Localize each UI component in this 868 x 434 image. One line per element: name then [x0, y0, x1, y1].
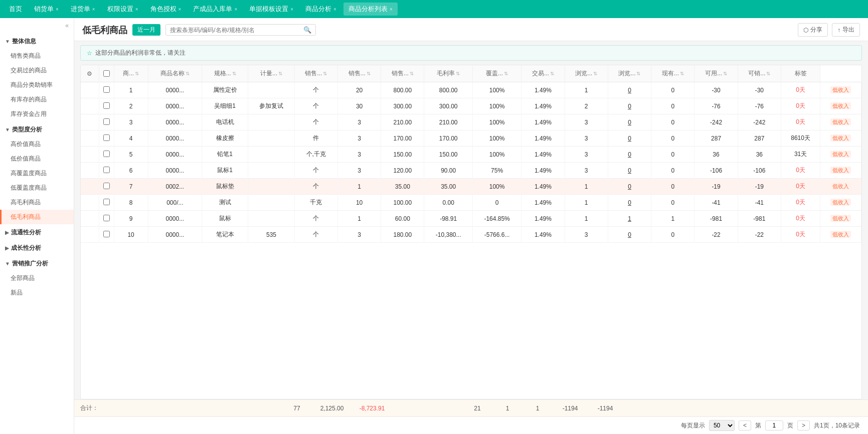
- sidebar-item-low-value[interactable]: 低价值商品: [0, 152, 74, 166]
- row-checkbox[interactable]: [99, 130, 114, 147]
- row-available: -41: [738, 195, 781, 211]
- row-select-checkbox[interactable]: [103, 183, 110, 189]
- sidebar-item-low-coverage[interactable]: 低覆盖度商品: [0, 181, 74, 195]
- row-select-checkbox[interactable]: [103, 215, 110, 221]
- col-name[interactable]: 商品名称⇅: [148, 65, 202, 82]
- col-tag[interactable]: 标签: [781, 65, 820, 82]
- row-code: 0000...: [148, 163, 202, 179]
- nav-template-settings[interactable]: 单据模板设置 ×: [244, 3, 298, 16]
- row-settings: [81, 163, 99, 179]
- col-checkbox[interactable]: [99, 65, 114, 82]
- time-filter-button[interactable]: 近一月: [132, 24, 160, 36]
- sidebar-item-high-margin[interactable]: 高毛利商品: [0, 195, 74, 210]
- row-select-checkbox[interactable]: [103, 118, 110, 125]
- row-checkbox[interactable]: [99, 114, 114, 130]
- col-saleable[interactable]: 可销...⇅: [738, 65, 781, 82]
- search-input[interactable]: [170, 27, 301, 34]
- sidebar-item-in-stock[interactable]: 有库存的商品: [0, 92, 74, 107]
- nav-finished-goods[interactable]: 产成品入库单 ×: [188, 3, 242, 16]
- close-icon[interactable]: ×: [234, 7, 237, 12]
- row-select-checkbox[interactable]: [103, 167, 110, 173]
- row-select-checkbox[interactable]: [103, 134, 110, 141]
- sidebar-item-low-margin[interactable]: 低毛利商品: [0, 210, 74, 224]
- sidebar-item-high-coverage[interactable]: 高覆盖度商品: [0, 166, 74, 181]
- col-sales-amount[interactable]: 销售...⇅: [337, 65, 381, 82]
- col-coverage[interactable]: 覆盖...⇅: [472, 65, 521, 82]
- close-icon[interactable]: ×: [333, 7, 336, 12]
- row-coverage: 1.49%: [522, 114, 565, 130]
- row-checkbox[interactable]: [99, 98, 114, 114]
- close-icon[interactable]: ×: [92, 7, 95, 12]
- row-select-checkbox[interactable]: [103, 151, 110, 157]
- sidebar-group-marketing[interactable]: ▼ 营销推广分析: [0, 255, 74, 271]
- close-icon[interactable]: ×: [135, 7, 138, 12]
- close-icon[interactable]: ×: [56, 7, 59, 12]
- nav-home[interactable]: 首页: [4, 3, 27, 16]
- row-browse1[interactable]: 1: [608, 211, 651, 227]
- select-all-checkbox[interactable]: [103, 70, 110, 77]
- row-select-checkbox[interactable]: [103, 86, 110, 93]
- sidebar-item-traded-products[interactable]: 交易过的商品: [0, 63, 74, 78]
- col-settings[interactable]: ⚙: [81, 65, 99, 82]
- col-trade-count[interactable]: 交易...⇅: [522, 65, 565, 82]
- sidebar-group-type-analysis[interactable]: ▼ 类型度分析: [0, 121, 74, 137]
- row-checkbox[interactable]: [99, 163, 114, 179]
- col-gross-margin[interactable]: 毛利率⇅: [424, 65, 472, 82]
- row-select-checkbox[interactable]: [103, 102, 110, 109]
- col-available[interactable]: 可用...⇅: [695, 65, 738, 82]
- sidebar-group-overall[interactable]: ▼ 整体信息: [0, 33, 74, 49]
- sidebar-item-new-products[interactable]: 新品: [0, 285, 74, 300]
- row-browse1[interactable]: 0: [608, 98, 651, 114]
- nav-permission-settings[interactable]: 权限设置 ×: [102, 3, 143, 16]
- col-current-stock[interactable]: 现有...⇅: [651, 65, 695, 82]
- nav-sales-order[interactable]: 销货单 ×: [29, 3, 64, 16]
- per-page-label: 每页显示: [681, 421, 705, 430]
- col-sales-qty[interactable]: 销售...⇅: [294, 65, 337, 82]
- sidebar-group-growth[interactable]: ▶ 成长性分析: [0, 240, 74, 255]
- nav-role-auth[interactable]: 角色授权 ×: [145, 3, 187, 16]
- share-button[interactable]: ⬡ 分享: [798, 23, 828, 37]
- row-coverage: 1.49%: [522, 82, 565, 98]
- nav-purchase-order[interactable]: 进货单 ×: [66, 3, 100, 16]
- nav-product-analysis-list[interactable]: 商品分析列表 ×: [343, 3, 398, 16]
- row-select-checkbox[interactable]: [103, 199, 110, 205]
- close-icon[interactable]: ×: [179, 7, 182, 12]
- next-page-button[interactable]: >: [797, 420, 810, 430]
- row-checkbox[interactable]: [99, 147, 114, 163]
- per-page-select[interactable]: 50 100 200: [709, 420, 735, 431]
- close-icon[interactable]: ×: [390, 7, 393, 12]
- sidebar-item-stock-capital[interactable]: 库存资金占用: [0, 107, 74, 121]
- page-number-input[interactable]: [765, 420, 783, 430]
- nav-product-analysis[interactable]: 商品分析 ×: [300, 3, 341, 16]
- row-settings: [81, 195, 99, 211]
- row-browse1[interactable]: 0: [608, 82, 651, 98]
- sidebar-item-high-value[interactable]: 高价值商品: [0, 137, 74, 152]
- row-browse1[interactable]: 0: [608, 130, 651, 147]
- row-checkbox[interactable]: [99, 179, 114, 195]
- sidebar-item-category-sales-rate[interactable]: 商品分类助销率: [0, 78, 74, 92]
- prev-page-button[interactable]: <: [739, 420, 751, 430]
- col-spec[interactable]: 规格...⇅: [202, 65, 248, 82]
- col-code[interactable]: 商...⇅: [114, 65, 148, 82]
- row-browse1[interactable]: 0: [608, 147, 651, 163]
- export-button[interactable]: ↑ 导出: [832, 23, 860, 37]
- col-sales-profit[interactable]: 销售...⇅: [381, 65, 424, 82]
- row-checkbox[interactable]: [99, 227, 114, 243]
- close-icon[interactable]: ×: [290, 7, 293, 12]
- row-checkbox[interactable]: [99, 195, 114, 211]
- row-browse1[interactable]: 0: [608, 163, 651, 179]
- row-checkbox[interactable]: [99, 211, 114, 227]
- col-browse2[interactable]: 浏览...⇅: [608, 65, 651, 82]
- row-checkbox[interactable]: [99, 82, 114, 98]
- col-browse1[interactable]: 浏览...⇅: [565, 65, 608, 82]
- row-browse1[interactable]: 0: [608, 179, 651, 195]
- row-browse1[interactable]: 0: [608, 195, 651, 211]
- sidebar-collapse-btn[interactable]: «: [63, 20, 71, 31]
- col-unit[interactable]: 计量...⇅: [248, 65, 294, 82]
- sidebar-item-sales-products[interactable]: 销售类商品: [0, 49, 74, 63]
- row-select-checkbox[interactable]: [103, 231, 110, 237]
- sidebar-item-all-products[interactable]: 全部商品: [0, 271, 74, 285]
- row-browse1[interactable]: 0: [608, 227, 651, 243]
- sidebar-group-liquidity[interactable]: ▶ 流通性分析: [0, 224, 74, 240]
- row-browse1[interactable]: 0: [608, 114, 651, 130]
